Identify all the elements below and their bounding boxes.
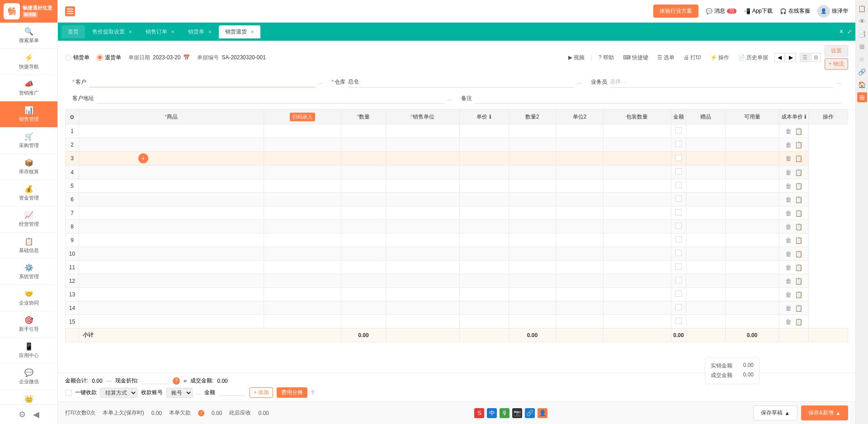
sidebar-item-basic[interactable]: 📋 基础信息 (0, 233, 57, 259)
logistics-btn[interactable]: + 物流 (825, 58, 848, 70)
sidebar-item-sales[interactable]: 📊 销售管理 (0, 101, 57, 128)
share-icon[interactable]: 🔗 (525, 408, 535, 418)
pack-cell-1[interactable] (556, 124, 604, 138)
sales-unit-cell-9[interactable] (341, 233, 386, 247)
sales-unit-cell-8[interactable] (341, 220, 386, 233)
gift-cell-11[interactable] (671, 261, 686, 274)
amount-cell-5[interactable] (603, 179, 671, 193)
pack-cell-6[interactable] (556, 193, 604, 206)
amount-cell-11[interactable] (603, 261, 671, 274)
gift-cell-6[interactable] (671, 193, 686, 206)
qty-cell-12[interactable] (264, 274, 341, 288)
salesperson-dots[interactable]: ... (836, 79, 841, 85)
account-dots[interactable]: ... (196, 390, 201, 396)
cost-cell-14[interactable] (726, 301, 779, 315)
product-cell-10[interactable] (79, 247, 264, 261)
cost-cell-7[interactable] (726, 206, 779, 220)
cost-cell-2[interactable] (726, 138, 779, 152)
product-cell-13[interactable] (79, 288, 264, 301)
table-scroll[interactable]: ⚙ *商品 扫码录入 *数量 *销售单位 单价 ℹ 数量2 (65, 110, 848, 373)
pack-cell-12[interactable] (556, 274, 604, 288)
gift-cell-9[interactable] (671, 233, 686, 247)
unit2-cell-1[interactable] (509, 124, 556, 138)
tab-sales-order[interactable]: 销售订单 ✕ (139, 25, 181, 38)
debt-circle[interactable]: ? (198, 410, 204, 416)
gift-checkbox-3[interactable] (675, 155, 682, 161)
sales-unit-cell-10[interactable] (341, 247, 386, 261)
unit-price-cell-14[interactable] (386, 301, 460, 315)
cost-cell-5[interactable] (726, 179, 779, 193)
delete-btn-1[interactable]: 🗑 (784, 127, 793, 136)
right-sidebar-btn-5[interactable]: ☆ (857, 54, 867, 64)
pack-cell-10[interactable] (556, 247, 604, 261)
available-cell-2[interactable] (686, 138, 726, 152)
product-cell-11[interactable] (79, 261, 264, 274)
qty2-cell-7[interactable] (459, 206, 509, 220)
tab-price-settings-close[interactable]: ✕ (128, 29, 132, 34)
qty2-cell-5[interactable] (459, 179, 509, 193)
available-cell-14[interactable] (686, 301, 726, 315)
available-cell-5[interactable] (686, 179, 726, 193)
calendar-icon[interactable]: 📅 (183, 54, 190, 61)
product-cell-6[interactable] (79, 193, 264, 206)
unit2-cell-10[interactable] (509, 247, 556, 261)
product-cell-9[interactable] (79, 233, 264, 247)
cost-cell-3[interactable] (726, 152, 779, 166)
unit2-cell-12[interactable] (509, 274, 556, 288)
pack-cell-14[interactable] (556, 301, 604, 315)
s-icon[interactable]: S (474, 408, 484, 418)
sales-unit-cell-5[interactable] (341, 179, 386, 193)
history-btn[interactable]: 📄 历史单据 (736, 52, 771, 63)
cost-cell-1[interactable] (726, 124, 779, 138)
qty2-cell-3[interactable] (459, 152, 509, 166)
copy-btn-2[interactable]: 📋 (794, 140, 803, 149)
amount-cell-7[interactable] (603, 206, 671, 220)
sidebar-item-operations[interactable]: 📈 经营管理 (0, 206, 57, 233)
unit2-cell-7[interactable] (509, 206, 556, 220)
amount-cell-10[interactable] (603, 247, 671, 261)
customer-service-btn[interactable]: 🎧 在线客服 (780, 7, 810, 15)
unit-price-cell-8[interactable] (386, 220, 460, 233)
available-cell-12[interactable] (686, 274, 726, 288)
right-sidebar-btn-7[interactable]: 🏠 (857, 80, 867, 90)
close-all-icon[interactable]: ✕ (839, 29, 844, 35)
qty-cell-6[interactable] (264, 193, 341, 206)
qty2-cell-11[interactable] (459, 261, 509, 274)
pack-cell-2[interactable] (556, 138, 604, 152)
gift-cell-7[interactable] (671, 206, 686, 220)
discount-input[interactable] (142, 377, 169, 384)
gift-cell-10[interactable] (671, 247, 686, 261)
product-cell-15[interactable] (79, 315, 264, 329)
sidebar-item-member[interactable]: 👑 畅会员 (0, 390, 57, 405)
copy-btn-8[interactable]: 📋 (794, 222, 803, 231)
available-cell-11[interactable] (686, 261, 726, 274)
print-btn[interactable]: 🖨 打印 (681, 52, 704, 63)
available-cell-1[interactable] (686, 124, 726, 138)
unit-price-cell-5[interactable] (386, 179, 460, 193)
available-cell-3[interactable] (686, 152, 726, 166)
amount-cell-4[interactable] (603, 166, 671, 179)
amount-cell-13[interactable] (603, 288, 671, 301)
tab-sales-return[interactable]: 销货退货 ✕ (219, 25, 260, 38)
unit-price-cell-4[interactable] (386, 166, 460, 179)
qty2-cell-4[interactable] (459, 166, 509, 179)
unit-price-cell-6[interactable] (386, 193, 460, 206)
camera-icon[interactable]: 📷 (512, 408, 522, 418)
product-cell-4[interactable] (79, 166, 264, 179)
sidebar-item-marketing[interactable]: 📣 营销推广 (0, 75, 57, 101)
amount-cell-15[interactable] (603, 315, 671, 329)
unit2-cell-2[interactable] (509, 138, 556, 152)
save-new-btn[interactable]: 保存&新增 ▲ (801, 405, 848, 420)
copy-btn-10[interactable]: 📋 (794, 249, 803, 258)
warehouse-input[interactable]: 总仓 (348, 76, 575, 88)
gift-cell-3[interactable] (671, 152, 686, 166)
sales-unit-cell-11[interactable] (341, 261, 386, 274)
gift-checkbox-10[interactable] (675, 250, 682, 256)
select-btn[interactable]: ☰ 选单 (655, 52, 677, 63)
cost-cell-15[interactable] (726, 315, 779, 329)
sales-unit-cell-14[interactable] (341, 301, 386, 315)
gift-checkbox-4[interactable] (675, 168, 682, 175)
pack-cell-15[interactable] (556, 315, 604, 329)
qty-cell-7[interactable] (264, 206, 341, 220)
next-btn[interactable]: ▶ (786, 53, 796, 62)
